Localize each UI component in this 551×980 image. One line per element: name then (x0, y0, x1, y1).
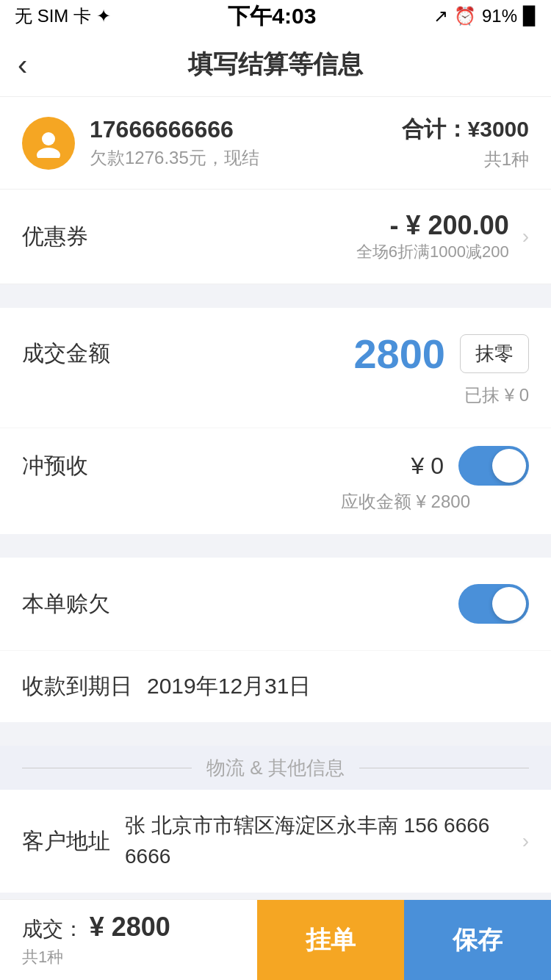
coupon-desc: 全场6折满1000减200 (356, 241, 509, 263)
address-card[interactable]: 客户地址 张 北京市市辖区海淀区永丰南 156 6666 6666 › (0, 790, 551, 893)
transaction-amount-row: 成交金额 2800 抹零 (0, 308, 551, 378)
bottom-deal-row: 成交： ¥ 2800 (22, 912, 235, 943)
avatar (22, 117, 75, 170)
debt-row: 本单赊欠 (0, 558, 551, 650)
logistics-label: 物流 & 其他信息 (192, 755, 359, 781)
user-info: 17666666666 欠款1276.35元，现结 (90, 116, 402, 170)
transaction-value[interactable]: 2800 (353, 330, 445, 378)
prepay-row: 冲预收 ¥ 0 (0, 428, 551, 486)
back-button[interactable]: ‹ (18, 50, 27, 79)
prepay-sub: 应收金额 ¥ 2800 (0, 486, 551, 534)
svg-point-0 (42, 132, 55, 145)
transaction-card: 成交金额 2800 抹零 已抹 ¥ 0 冲预收 ¥ 0 应收金额 ¥ 2800 (0, 308, 551, 534)
address-value: 张 北京市市辖区海淀区永丰南 156 6666 6666 (125, 810, 502, 872)
prepay-toggle[interactable] (458, 446, 529, 486)
bottom-count: 共1种 (22, 946, 235, 968)
deal-amount: ¥ 2800 (90, 912, 170, 942)
debt-card: 本单赊欠 收款到期日 2019年12月31日 (0, 558, 551, 722)
hang-button[interactable]: 挂单 (257, 900, 404, 981)
debt-toggle[interactable] (458, 584, 529, 624)
user-row: 17666666666 欠款1276.35元，现结 合计：¥3000 共1种 (0, 97, 551, 190)
section-divider-3 (0, 734, 551, 746)
bottom-summary: 成交： ¥ 2800 共1种 (0, 912, 257, 968)
coupon-label: 优惠券 (22, 222, 88, 252)
due-date-label: 收款到期日 (22, 671, 132, 702)
location-icon: ↗ (433, 6, 448, 26)
battery-icon: ▉ (523, 6, 536, 26)
total-amount: 合计：¥3000 (402, 115, 529, 145)
prepay-label: 冲预收 (22, 451, 88, 481)
transaction-sub: 已抹 ¥ 0 (0, 378, 551, 428)
page-title: 填写结算等信息 (188, 48, 363, 82)
coupon-amount: - ¥ 200.00 (356, 210, 509, 241)
due-date-value: 2019年12月31日 (147, 671, 311, 702)
save-button[interactable]: 保存 (404, 900, 551, 981)
status-bar: 无 SIM 卡 ✦ 下午4:03 ↗ ⏰ 91% ▉ (0, 0, 551, 32)
amount-right: 2800 抹零 (353, 330, 529, 378)
coupon-row[interactable]: 优惠券 - ¥ 200.00 全场6折满1000减200 › (0, 190, 551, 284)
prepay-amount: ¥ 0 (411, 453, 444, 480)
nav-bar: ‹ 填写结算等信息 (0, 32, 551, 97)
status-time: 下午4:03 (228, 1, 316, 32)
address-chevron-icon: › (522, 829, 529, 853)
deal-label: 成交： (22, 918, 84, 940)
bottom-bar: 成交： ¥ 2800 共1种 挂单 保存 (0, 899, 551, 980)
section-divider-2 (0, 546, 551, 558)
user-subtitle: 欠款1276.35元，现结 (90, 146, 402, 170)
alarm-icon: ⏰ (454, 6, 476, 26)
chevron-right-icon: › (522, 225, 529, 248)
status-right: ↗ ⏰ 91% ▉ (433, 6, 536, 26)
no-sim-text: 无 SIM 卡 ✦ (15, 4, 111, 28)
debt-label: 本单赊欠 (22, 589, 110, 619)
coupon-right: - ¥ 200.00 全场6折满1000减200 › (356, 210, 529, 263)
user-icon (34, 129, 63, 158)
content-area: 17666666666 欠款1276.35元，现结 合计：¥3000 共1种 优… (0, 97, 551, 980)
due-date-row: 收款到期日 2019年12月31日 (0, 650, 551, 722)
prepay-right: ¥ 0 (411, 446, 529, 486)
user-phone: 17666666666 (90, 116, 402, 143)
svg-point-1 (37, 148, 60, 158)
total-count: 共1种 (402, 148, 529, 171)
transaction-label: 成交金额 (22, 339, 110, 369)
user-info-card: 17666666666 欠款1276.35元，现结 合计：¥3000 共1种 优… (0, 97, 551, 284)
status-left: 无 SIM 卡 ✦ (15, 4, 111, 28)
user-total: 合计：¥3000 共1种 (402, 115, 529, 171)
section-divider-1 (0, 296, 551, 308)
round-button[interactable]: 抹零 (460, 334, 529, 373)
address-label: 客户地址 (22, 826, 110, 857)
address-row[interactable]: 客户地址 张 北京市市辖区海淀区永丰南 156 6666 6666 › (0, 790, 551, 893)
logistics-section: 物流 & 其他信息 (0, 746, 551, 790)
battery-text: 91% (482, 6, 517, 26)
